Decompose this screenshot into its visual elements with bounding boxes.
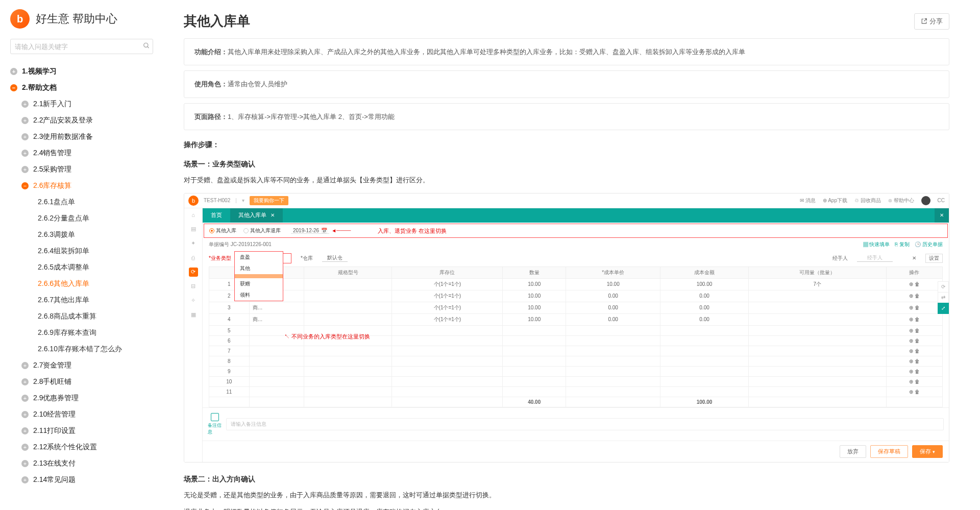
quick-fill-link[interactable]: ▦ 快速填单	[863, 241, 890, 248]
nav-icon-5[interactable]: ⊟	[189, 282, 198, 291]
top-links: ✉ 消息 ⊕ App下载 ♲ 回收商品 ⊙ 帮助中心 CC	[800, 196, 945, 205]
tab-close-all[interactable]: ✕	[935, 208, 949, 223]
biz-type-dropdown[interactable]: 盘盈 其他 获赠 领料	[234, 251, 283, 301]
radio-inbound[interactable]: 其他入库	[209, 227, 236, 234]
search-icon	[143, 42, 150, 50]
nav-item-label: 2.8手机旺铺	[33, 377, 71, 386]
avatar-icon[interactable]	[921, 196, 930, 205]
copy-link[interactable]: ⎘ 复制	[895, 241, 910, 248]
settings-btn[interactable]: 设置	[925, 254, 943, 263]
nav-item[interactable]: +2.9优惠券管理	[10, 390, 153, 406]
plus-icon: +	[10, 68, 17, 75]
nav-item[interactable]: +2.12系统个性化设置	[10, 439, 153, 455]
nav-icon-3[interactable]: ⎙	[189, 253, 198, 262]
table-row[interactable]: 9⊕ 🗑	[209, 366, 943, 376]
screenshot-1: b TEST-H002 | ▾ 我要购你一下 ✉ 消息 ⊕ App下载 ♲ 回收…	[184, 193, 949, 463]
operator-field[interactable]: 经手人	[857, 254, 893, 262]
plus-icon: +	[21, 117, 29, 124]
nav-item[interactable]: 2.6.10库存账本错了怎么办	[10, 341, 153, 357]
help-link[interactable]: ⊙ 帮助中心	[888, 197, 914, 204]
panel-role: 使用角色：通常由仓管人员维护	[184, 70, 949, 98]
nav-item[interactable]: +2.3使用前数据准备	[10, 129, 153, 145]
table-row[interactable]: 1商…个(1个=1个)10.0010.00100.007个⊕ 🗑	[209, 278, 943, 290]
save-draft-button[interactable]: 保存草稿	[870, 445, 908, 458]
nav-item[interactable]: +2.11打印设置	[10, 423, 153, 439]
date-field[interactable]: 2019-12-26 📅	[291, 228, 329, 234]
plus-icon: +	[21, 476, 29, 483]
nav-item[interactable]: 2.6.4组装拆卸单	[10, 243, 153, 259]
nav-item-label: 2.6.1盘点单	[38, 198, 75, 207]
table-row[interactable]: 3商…个(1个=1个)10.000.000.00⊕ 🗑	[209, 302, 943, 313]
nav-item[interactable]: 2.6.9库存账本查询	[10, 325, 153, 341]
save-button[interactable]: 保存	[912, 445, 943, 458]
scene2-heading: 场景二：出入方向确认	[184, 475, 949, 484]
nav-item[interactable]: 2.6.5成本调整单	[10, 259, 153, 276]
nav-icon-7[interactable]: ▦	[189, 310, 198, 320]
recycle-link[interactable]: ♲ 回收商品	[854, 197, 881, 204]
nav-item-label: 2.6.10库存账本错了怎么办	[38, 345, 122, 354]
radio-return[interactable]: 其他入库退库	[243, 227, 281, 234]
title-row: 其他入库单 分享	[184, 12, 949, 30]
nav-item[interactable]: +1.视频学习	[10, 63, 153, 80]
discard-button[interactable]: 放弃	[840, 445, 866, 458]
nav-item[interactable]: 2.6.7其他出库单	[10, 292, 153, 308]
table-row[interactable]: 2商…个(1个=1个)10.000.000.00⊕ 🗑	[209, 290, 943, 302]
table-row[interactable]: 11⊕ 🗑	[209, 386, 943, 397]
nav-item[interactable]: +2.13在线支付	[10, 455, 153, 472]
plus-icon: +	[21, 460, 29, 467]
nav-item-label: 1.视频学习	[22, 67, 57, 76]
nav-icon-2[interactable]: ✦	[189, 239, 198, 248]
app-download-link[interactable]: ⊕ App下载	[823, 197, 847, 204]
history-link[interactable]: 🕒 历史单据	[915, 241, 943, 248]
nav-item[interactable]: +2.14常见问题	[10, 472, 153, 488]
plus-icon: +	[21, 101, 29, 108]
share-button[interactable]: 分享	[914, 13, 949, 30]
search-input[interactable]	[10, 39, 153, 54]
tab-home[interactable]: 首页	[203, 208, 230, 223]
table-row[interactable]: 7⊕ 🗑	[209, 346, 943, 356]
nav-item[interactable]: +2.2产品安装及登录	[10, 112, 153, 129]
nav-icon-1[interactable]: ▤	[189, 225, 198, 234]
memo-icon: 备注信息	[208, 413, 222, 435]
table-row[interactable]: 4商…个(1个=1个)10.000.000.00⊕ 🗑	[209, 313, 943, 325]
nav-item[interactable]: 2.6.3调拨单	[10, 227, 153, 243]
warehouse-field[interactable]: 默认仓	[322, 254, 348, 262]
tool-icon-2[interactable]: ⇄	[938, 292, 949, 303]
steps-heading: 操作步骤：	[184, 140, 949, 150]
nav-icon-home[interactable]: ⌂	[189, 210, 198, 220]
nav-icon-active[interactable]: ⟳	[189, 268, 198, 277]
nav-item-label: 2.4销售管理	[33, 149, 71, 158]
shot-doc-type-row: 其他入库 其他入库退库 2019-12-26 📅 ◄──── 入库、退货业务 在…	[204, 224, 948, 238]
nav-icon-6[interactable]: ✧	[189, 296, 198, 305]
nav-item[interactable]: −2.6库存核算	[10, 178, 153, 194]
nav-item[interactable]: 2.6.1盘点单	[10, 194, 153, 210]
nav-tree: +1.视频学习−2.帮助文档+2.1新手入门+2.2产品安装及登录+2.3使用前…	[10, 63, 153, 488]
nav-item-label: 2.9优惠券管理	[33, 394, 79, 403]
promo-button[interactable]: 我要购你一下	[250, 196, 288, 205]
nav-item-label: 2.帮助文档	[22, 83, 57, 92]
nav-item[interactable]: 2.6.6其他入库单	[10, 276, 153, 292]
scene2-line1: 无论是受赠，还是其他类型的业务，由于入库商品质量等原因，需要退回，这时可通过单据…	[184, 489, 949, 502]
tool-icon-1[interactable]: ⟳	[938, 281, 949, 293]
nav-item[interactable]: 2.6.2分量盘点单	[10, 210, 153, 227]
plus-icon: +	[21, 427, 29, 434]
table-row[interactable]: 10⊕ 🗑	[209, 376, 943, 386]
nav-item[interactable]: +2.8手机旺铺	[10, 374, 153, 390]
plus-icon: +	[21, 150, 29, 157]
tab-active[interactable]: 其他入库单✕	[230, 208, 283, 223]
nav-item[interactable]: +2.7资金管理	[10, 357, 153, 374]
table-row[interactable]: 8⊕ 🗑	[209, 356, 943, 366]
app-logo-icon: b	[188, 196, 199, 206]
search-button[interactable]	[143, 42, 150, 51]
nav-item[interactable]: +2.1新手入门	[10, 96, 153, 112]
nav-item[interactable]: +2.5采购管理	[10, 161, 153, 178]
memo-input[interactable]: 请输入备注信息	[226, 418, 944, 430]
share-icon	[921, 18, 927, 25]
nav-item[interactable]: −2.帮助文档	[10, 80, 153, 96]
msg-icon[interactable]: ✉ 消息	[800, 197, 816, 204]
tool-icon-3[interactable]: ⤢	[938, 303, 949, 314]
nav-item[interactable]: +2.10经营管理	[10, 406, 153, 423]
nav-item[interactable]: 2.6.8商品成本重算	[10, 308, 153, 325]
nav-item[interactable]: +2.4销售管理	[10, 145, 153, 161]
nav-item-label: 2.14常见问题	[33, 475, 76, 484]
